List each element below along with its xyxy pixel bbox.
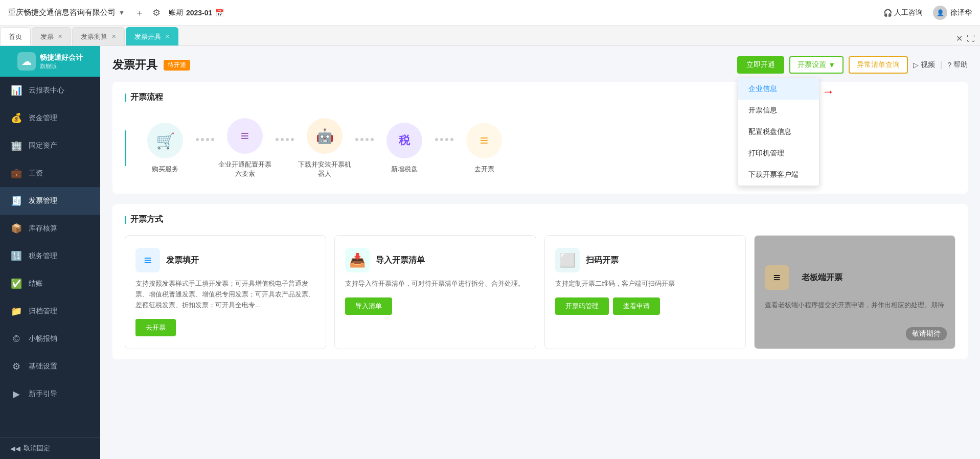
tab-invoice[interactable]: 发票 ✕ — [32, 27, 71, 45]
maximize-icon[interactable]: ⛶ — [967, 34, 975, 43]
dropdown-item-invoice-info[interactable]: 开票信息 — [738, 100, 819, 121]
logo-title: 畅捷通好会计 — [40, 53, 83, 62]
manual-billing-icon: ≡ — [135, 248, 160, 272]
exception-list-button[interactable]: 异常清单查询 — [849, 56, 908, 74]
video-button[interactable]: ▷ 视频 — [913, 60, 935, 70]
boss-billing-icon: ≡ — [765, 265, 789, 290]
manual-billing-btn[interactable]: 去开票 — [135, 319, 176, 336]
settings-gear-icon: ⚙ — [10, 361, 22, 372]
import-billing-title: 导入开票清单 — [376, 255, 425, 266]
activate-button[interactable]: 立即开通 — [737, 56, 784, 74]
sidebar-cancel-pin[interactable]: ◀◀ 取消固定 — [0, 437, 100, 459]
company-selector[interactable]: 重庆畅捷交通信息咨询有限公司 ▼ — [8, 8, 125, 17]
period-label: 账期 2023-01 📅 — [169, 8, 224, 17]
inventory-icon: 📦 — [10, 223, 22, 234]
scan-billing-title: 扫码开票 — [586, 255, 619, 266]
dropdown-item-download-client[interactable]: 下载开票客户端 — [738, 164, 819, 186]
tab-home[interactable]: 首页 — [0, 27, 31, 45]
step5-label: 去开票 — [474, 165, 494, 174]
pin-icon: ◀◀ — [10, 445, 20, 452]
main-layout: ☁ 畅捷通好会计 旗舰版 📊 云报表中心 💰 资金管理 🏢 固定资产 💼 — [0, 46, 980, 459]
step-indicator-line — [125, 130, 126, 166]
sidebar-item-report-sales[interactable]: © 小畅报销 — [0, 325, 100, 353]
add-icon[interactable]: ＋ — [135, 7, 144, 19]
sidebar-item-tax-mgmt[interactable]: 🔢 税务管理 — [0, 242, 100, 270]
process-flow: 🛒 购买服务 ≡ 企业开通配置开票六要素 — [125, 113, 955, 183]
step3-icon: 🤖 — [307, 118, 343, 154]
top-bar-right: 🎧 人工咨询 👤 徐泽华 — [883, 6, 972, 20]
billing-section-title: 开票方式 — [125, 214, 955, 225]
settings-icon[interactable]: ⚙ — [152, 7, 161, 18]
settlement-icon: ✅ — [10, 278, 22, 289]
settings-button[interactable]: 开票设置 ▼ — [789, 56, 844, 74]
scan-billing-btn2[interactable]: 查看申请 — [613, 297, 660, 315]
fund-icon: 💰 — [10, 112, 22, 124]
scan-billing-btn1[interactable]: 开票码管理 — [555, 297, 609, 315]
chevron-down-icon: ▼ — [828, 61, 835, 69]
sidebar-item-new-guide[interactable]: ▶ 新手引导 — [0, 380, 100, 408]
cloud-report-icon: 📊 — [10, 85, 22, 96]
step4-icon: 税 — [386, 123, 422, 158]
logo-badge: 旗舰版 — [40, 62, 83, 70]
connector-4 — [435, 138, 453, 141]
close-icon[interactable]: ✕ — [58, 33, 62, 40]
sidebar-item-settlement[interactable]: ✅ 结账 — [0, 270, 100, 297]
import-billing-btn[interactable]: 导入清单 — [345, 297, 392, 315]
calendar-icon[interactable]: 📅 — [215, 9, 224, 17]
boss-overlay-badge: 敬请期待 — [906, 327, 947, 340]
billing-card-scan: ⬜ 扫码开票 支持定制开票二维码，客户端可扫码开票 开票码管理 查看申请 — [544, 235, 746, 349]
status-badge: 待开通 — [164, 60, 190, 71]
step4-label: 新增税盘 — [391, 165, 418, 174]
billing-methods: ≡ 发票填开 支持按照发票样式手工填开发票；可开具增值税电子普通发票、增值税普通… — [125, 235, 955, 349]
close-window-icon[interactable]: ✕ — [956, 34, 963, 43]
boss-billing-desc: 查看老板端小程序提交的开票申请，并作出相应的处理。期待 — [765, 300, 945, 311]
avatar: 👤 — [933, 6, 947, 20]
step2-icon: ≡ — [227, 118, 263, 154]
tab-invoice-calc[interactable]: 发票测算 ✕ — [72, 27, 125, 45]
headset-icon: 🎧 — [883, 9, 892, 17]
user-info[interactable]: 👤 徐泽华 — [933, 6, 972, 20]
arrow-indicator: → — [822, 84, 834, 99]
step1-label: 购买服务 — [152, 165, 178, 174]
question-icon: ? — [947, 61, 951, 69]
tab-invoice-issue[interactable]: 发票开具 ✕ — [126, 27, 178, 45]
close-icon[interactable]: ✕ — [111, 33, 116, 40]
process-step-5: ≡ 去开票 — [453, 123, 515, 174]
page-header: 发票开具 待开通 立即开通 开票设置 ▼ 异常清单查询 ▷ 视频 | ? 帮助 — [100, 46, 980, 82]
sidebar-scroll: 📊 云报表中心 💰 资金管理 🏢 固定资产 💼 工资 🧾 发票管理 📦 — [0, 77, 100, 437]
step5-icon: ≡ — [466, 123, 502, 158]
sidebar-item-salary[interactable]: 💼 工资 — [0, 159, 100, 187]
connector-2 — [276, 138, 294, 141]
company-name: 重庆畅捷交通信息咨询有限公司 — [8, 8, 116, 17]
billing-card-manual: ≡ 发票填开 支持按照发票样式手工填开发票；可开具增值税电子普通发票、增值税普通… — [125, 235, 326, 349]
billing-card-boss: ≡ 老板端开票 查看老板端小程序提交的开票申请，并作出相应的处理。期待 敬请期待 — [754, 235, 955, 349]
process-step-4: 税 新增税盘 — [374, 123, 435, 174]
sidebar-item-archive[interactable]: 📁 归档管理 — [0, 297, 100, 325]
import-billing-icon: 📥 — [345, 248, 370, 272]
report-sales-icon: © — [10, 334, 22, 345]
help-button[interactable]: ? 帮助 — [947, 60, 968, 70]
sidebar-item-fixed-assets[interactable]: 🏢 固定资产 — [0, 132, 100, 159]
import-billing-desc: 支持导入待开票清单，可对待开票清单进行拆分、合并处理。 — [345, 279, 525, 289]
process-section: 开票流程 🛒 购买服务 — [112, 82, 968, 194]
dropdown-item-printer-mgmt[interactable]: 打印机管理 — [738, 143, 819, 164]
sidebar-item-cloud-report[interactable]: 📊 云报表中心 — [0, 77, 100, 104]
logo-text-block: 畅捷通好会计 旗舰版 — [40, 53, 83, 70]
step1-icon: 🛒 — [147, 123, 183, 158]
manual-billing-desc: 支持按照发票样式手工填开发票；可开具增值税电子普通发票、增值税普通发票、增值税专… — [135, 279, 315, 310]
sidebar-item-inventory[interactable]: 📦 库存核算 — [0, 215, 100, 242]
close-icon[interactable]: ✕ — [165, 33, 170, 40]
sidebar-item-fund-mgmt[interactable]: 💰 资金管理 — [0, 104, 100, 132]
support-button[interactable]: 🎧 人工咨询 — [883, 8, 923, 17]
settings-dropdown: 企业信息 → 开票信息 配置税盘信息 打印机管理 下载开票客户端 — [738, 78, 819, 186]
sidebar-item-invoice-mgmt[interactable]: 🧾 发票管理 — [0, 187, 100, 215]
sidebar-item-basic-settings[interactable]: ⚙ 基础设置 — [0, 353, 100, 380]
salary-icon: 💼 — [10, 168, 22, 179]
connector-3 — [355, 138, 374, 141]
page-title: 发票开具 — [112, 57, 157, 73]
logo-icon: ☁ — [17, 52, 36, 71]
play-icon: ▶ — [10, 388, 22, 400]
connector-1 — [196, 138, 214, 141]
dropdown-item-tax-config[interactable]: 配置税盘信息 — [738, 121, 819, 143]
dropdown-item-company-info[interactable]: 企业信息 → — [738, 78, 819, 100]
